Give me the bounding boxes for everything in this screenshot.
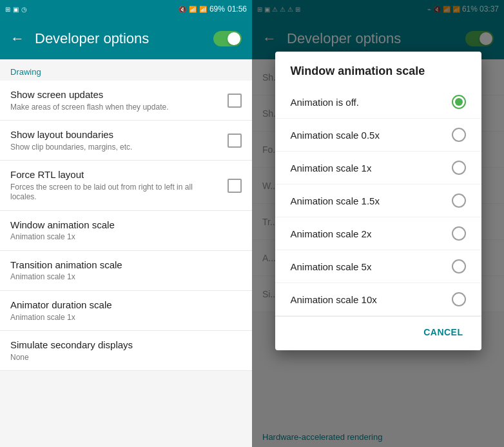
force-rtl-layout-item[interactable]: Force RTL layout Forces the screen to be… — [0, 161, 252, 211]
show-screen-updates-subtitle: Make areas of screen flash when they upd… — [10, 103, 220, 113]
transition-animation-scale-item[interactable]: Transition animation scale Animation sca… — [0, 251, 252, 291]
dialog-option-5x[interactable]: Animation scale 5x — [275, 250, 481, 283]
cancel-button[interactable]: CANCEL — [416, 322, 470, 343]
left-panel: ⊞ ▣ ◷ 🔇 📶 📶 69% 01:56 ← Developer option… — [0, 0, 252, 447]
header-left: ← Developer options — [0, 18, 252, 59]
show-screen-updates-title: Show screen updates — [10, 88, 220, 101]
dialog-option-05x-radio[interactable] — [452, 128, 466, 142]
signal-icon: 📶 — [199, 6, 207, 13]
dialog-option-off-label: Animation is off. — [291, 97, 359, 108]
simulate-secondary-displays-item[interactable]: Simulate secondary displays None — [0, 331, 252, 371]
battery-left: 69% — [209, 5, 225, 14]
portrait-icon: ▣ — [13, 6, 19, 13]
screenshot-icon: ⊞ — [5, 6, 10, 13]
dialog-option-2x-radio[interactable] — [452, 226, 466, 241]
page-title-left: Developer options — [35, 30, 203, 47]
animator-duration-scale-item[interactable]: Animator duration scale Animation scale … — [0, 291, 252, 331]
animator-duration-scale-subtitle: Animation scale 1x — [10, 313, 234, 323]
mute-icon: 🔇 — [179, 6, 186, 13]
dialog-option-off[interactable]: Animation is off. — [275, 86, 481, 119]
transition-animation-scale-title: Transition animation scale — [10, 259, 234, 272]
show-screen-updates-item[interactable]: Show screen updates Make areas of screen… — [0, 81, 252, 121]
dialog-option-1x-label: Animation scale 1x — [291, 163, 372, 174]
dialog-option-2x-label: Animation scale 2x — [291, 228, 372, 239]
dialog-option-15x[interactable]: Animation scale 1.5x — [275, 184, 481, 217]
dialog-option-5x-label: Animation scale 5x — [291, 261, 372, 272]
dialog-option-10x[interactable]: Animation scale 10x — [275, 283, 481, 316]
time-left: 01:56 — [228, 5, 247, 14]
alarm-icon: ◷ — [21, 6, 27, 13]
dialog-option-5x-radio[interactable] — [452, 259, 466, 273]
show-layout-boundaries-checkbox[interactable] — [228, 134, 242, 148]
dialog-option-15x-radio[interactable] — [452, 194, 466, 208]
show-layout-boundaries-title: Show layout boundaries — [10, 128, 220, 141]
drawing-section-label: Drawing — [0, 59, 252, 81]
show-layout-boundaries-item[interactable]: Show layout boundaries Show clip boundar… — [0, 121, 252, 161]
force-rtl-checkbox[interactable] — [228, 179, 242, 193]
dialog-option-10x-label: Animation scale 10x — [291, 294, 377, 305]
window-animation-scale-dialog: Window animation scale Animation is off.… — [275, 52, 481, 350]
status-bar-left: ⊞ ▣ ◷ 🔇 📶 📶 69% 01:56 — [0, 0, 252, 18]
simulate-secondary-displays-subtitle: None — [10, 353, 234, 363]
status-icons-left: ⊞ ▣ ◷ — [5, 6, 27, 13]
dialog-option-10x-radio[interactable] — [452, 292, 466, 306]
dialog-option-off-radio[interactable] — [452, 95, 466, 109]
content-left: Drawing Show screen updates Make areas o… — [0, 59, 252, 447]
right-panel: ⊞ ▣ ⚠ ⚠ ⚠ ⊞ ⌁ 🔇 📶 📶 61% 03:37 ← Develope… — [252, 0, 504, 447]
window-animation-scale-subtitle: Animation scale 1x — [10, 232, 234, 243]
dialog-overlay: Window animation scale Animation is off.… — [252, 0, 504, 447]
status-right-icons-left: 🔇 📶 📶 69% 01:56 — [179, 5, 247, 14]
developer-options-toggle-left[interactable] — [213, 31, 242, 46]
wifi-icon: 📶 — [189, 6, 197, 13]
animator-duration-scale-title: Animator duration scale — [10, 299, 234, 312]
dialog-option-1x[interactable]: Animation scale 1x — [275, 152, 481, 184]
force-rtl-subtitle: Forces the screen to be laid out from ri… — [10, 183, 220, 203]
simulate-secondary-displays-title: Simulate secondary displays — [10, 339, 234, 352]
dialog-option-15x-label: Animation scale 1.5x — [291, 195, 380, 206]
dialog-option-05x[interactable]: Animation scale 0.5x — [275, 119, 481, 152]
dialog-option-05x-label: Animation scale 0.5x — [291, 130, 380, 141]
dialog-option-2x[interactable]: Animation scale 2x — [275, 217, 481, 250]
show-screen-updates-checkbox[interactable] — [228, 94, 242, 108]
show-layout-boundaries-subtitle: Show clip boundaries, margins, etc. — [10, 143, 220, 153]
transition-animation-scale-subtitle: Animation scale 1x — [10, 272, 234, 283]
dialog-option-1x-radio[interactable] — [452, 161, 466, 175]
dialog-footer: CANCEL — [275, 316, 481, 350]
force-rtl-title: Force RTL layout — [10, 168, 220, 181]
window-animation-scale-title: Window animation scale — [10, 219, 234, 232]
window-animation-scale-item[interactable]: Window animation scale Animation scale 1… — [0, 211, 252, 251]
back-button-left[interactable]: ← — [10, 30, 24, 47]
dialog-title: Window animation scale — [275, 52, 481, 86]
